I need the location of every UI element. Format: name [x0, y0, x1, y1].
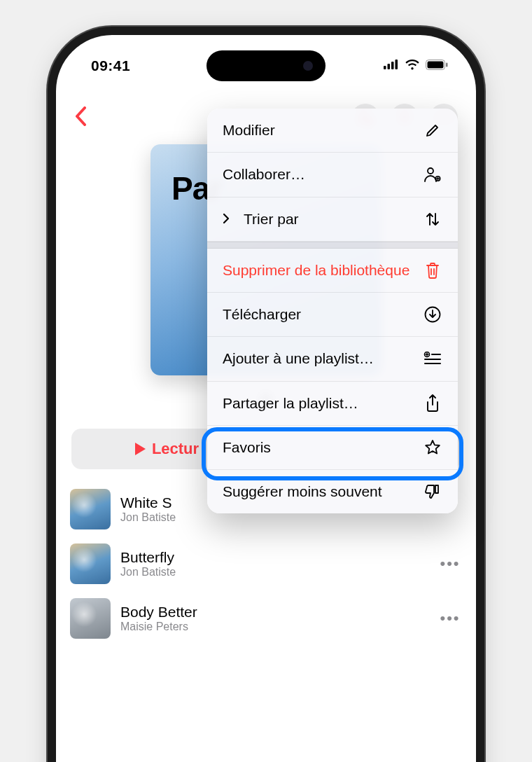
track-title: Butterfly [120, 549, 428, 566]
menu-label: Favoris [223, 438, 413, 457]
svg-point-12 [428, 168, 433, 174]
track-artist: Jon Batiste [120, 566, 428, 579]
wifi-icon [405, 59, 420, 73]
dynamic-island [206, 50, 326, 81]
menu-label: Télécharger [223, 305, 413, 324]
side-button [482, 231, 486, 315]
menu-add-playlist[interactable]: Ajouter à une playlist… [207, 337, 458, 381]
menu-download[interactable]: Télécharger [207, 293, 458, 337]
download-circle-icon [423, 306, 442, 323]
side-button [46, 301, 50, 357]
svg-rect-6 [446, 62, 448, 67]
svg-rect-1 [388, 64, 391, 69]
status-time: 09:41 [91, 57, 130, 74]
track-title: Body Better [120, 604, 428, 621]
track-row[interactable]: Butterfly Jon Batiste ••• [70, 536, 462, 591]
side-button [46, 182, 50, 210]
status-indicators [384, 59, 448, 73]
pencil-icon [423, 123, 442, 137]
menu-label: Supprimer de la bibliothèque [223, 261, 413, 279]
menu-separator [207, 242, 458, 249]
thumbs-down-icon [423, 483, 442, 500]
context-menu: Modifier Collaborer… Trier par Supprimer… [207, 109, 458, 513]
menu-suggest-less[interactable]: Suggérer moins souvent [207, 470, 458, 513]
track-artwork [70, 489, 111, 529]
track-row[interactable]: Body Better Maisie Peters ••• [70, 591, 462, 646]
menu-collaborate[interactable]: Collaborer… [207, 153, 458, 197]
svg-rect-0 [384, 66, 386, 69]
track-more-button[interactable]: ••• [438, 609, 462, 628]
play-label: Lectur [152, 440, 199, 458]
battery-icon [426, 60, 448, 73]
menu-label: Partager la playlist… [223, 394, 413, 413]
person-add-icon [423, 167, 442, 182]
svg-rect-3 [396, 60, 398, 69]
sort-arrows-icon [423, 212, 442, 227]
menu-share[interactable]: Partager la playlist… [207, 382, 458, 426]
back-button[interactable] [74, 106, 87, 129]
share-icon [423, 394, 442, 413]
track-artwork [70, 543, 111, 584]
menu-label: Suggérer moins souvent [223, 483, 413, 501]
track-artwork [70, 598, 111, 639]
track-artist: Maisie Peters [120, 621, 428, 633]
menu-label: Trier par [244, 210, 413, 228]
menu-favorite[interactable]: Favoris [207, 426, 458, 470]
star-icon [423, 439, 442, 456]
menu-delete[interactable]: Supprimer de la bibliothèque [207, 249, 458, 293]
chevron-right-icon [223, 211, 230, 228]
svg-rect-2 [391, 62, 394, 69]
track-more-button[interactable]: ••• [438, 555, 462, 573]
trash-icon [423, 262, 442, 279]
menu-label: Modifier [223, 121, 413, 139]
cellular-icon [384, 60, 399, 72]
menu-label: Ajouter à une playlist… [223, 349, 413, 368]
add-to-list-icon [423, 352, 442, 366]
menu-label: Collaborer… [223, 165, 413, 183]
svg-rect-5 [428, 61, 444, 68]
play-icon [134, 442, 146, 456]
menu-edit[interactable]: Modifier [207, 109, 458, 153]
side-button [46, 231, 50, 287]
menu-sort[interactable]: Trier par [207, 198, 458, 242]
